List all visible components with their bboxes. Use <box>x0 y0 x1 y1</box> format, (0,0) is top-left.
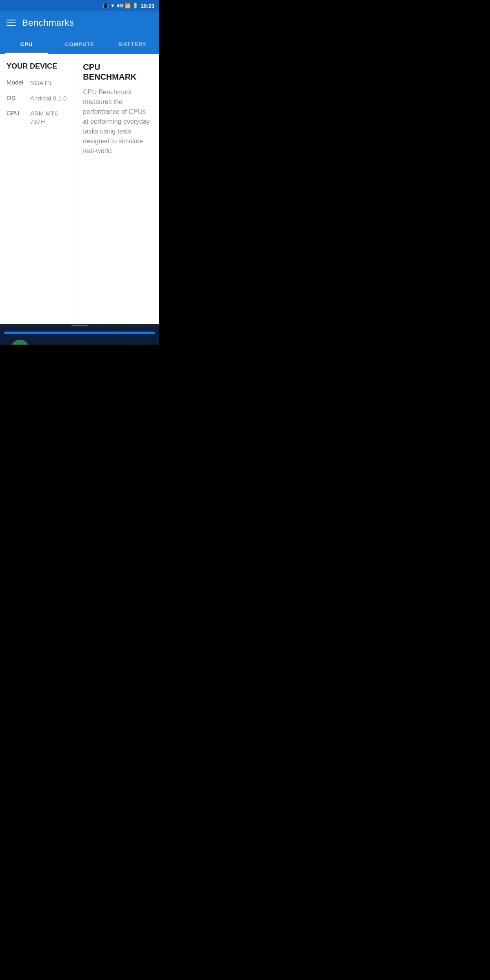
signal-bars: 📶 <box>125 3 131 9</box>
wifi-icon: ▼ <box>110 3 115 9</box>
cpu-label: CPU <box>7 109 25 125</box>
bottom-screen-area[interactable]: ⚙ Настройки Экранный Тест Приложение дем… <box>0 327 159 345</box>
benchmark-description: CPU Benchmark measures the performance o… <box>83 87 153 156</box>
app-bar: Benchmarks <box>0 11 159 34</box>
settings-menu-item[interactable]: ⚙ Настройки <box>4 334 155 345</box>
benchmark-info-panel: CPU BENCHMARK CPU Benchmark measures the… <box>76 54 159 324</box>
tab-cpu[interactable]: CPU <box>0 34 53 54</box>
status-icons: 📳 ▼ 4G 📶 🔋 <box>102 3 138 9</box>
menu-container: ⚙ Настройки Экранный Тест <box>4 332 155 345</box>
os-value: Android 8.1.0 <box>30 94 67 102</box>
tab-bar: CPU COMPUTE BATTERY <box>0 34 159 54</box>
device-info-panel: YOUR DEVICE Model NOA P1 OS Android 8.1.… <box>0 54 76 324</box>
tab-battery[interactable]: BATTERY <box>106 34 159 54</box>
benchmark-title: CPU BENCHMARK <box>83 62 153 82</box>
model-value: NOA P1 <box>30 79 52 87</box>
os-row: OS Android 8.1.0 <box>7 94 69 102</box>
cpu-value: ARM MT6 737H <box>30 109 69 125</box>
signal-4g: 4G <box>117 3 123 9</box>
app-title: Benchmarks <box>22 18 74 28</box>
hamburger-menu-button[interactable] <box>7 20 16 26</box>
os-label: OS <box>7 94 25 102</box>
model-row: Model NOA P1 <box>7 79 69 87</box>
divider-handle <box>71 325 88 326</box>
status-bar: 📳 ▼ 4G 📶 🔋 19:23 <box>0 0 159 11</box>
cpu-row: CPU ARM MT6 737H <box>7 109 69 125</box>
model-label: Model <box>7 79 25 87</box>
tab-compute[interactable]: COMPUTE <box>53 34 106 54</box>
battery-icon: 🔋 <box>132 3 138 9</box>
vibrate-icon: 📳 <box>102 3 109 9</box>
settings-icon: ⚙ <box>11 340 29 345</box>
clock: 19:23 <box>141 3 154 9</box>
content-area: YOUR DEVICE Model NOA P1 OS Android 8.1.… <box>0 54 159 324</box>
gear-icon: ⚙ <box>16 344 24 345</box>
device-panel-title: YOUR DEVICE <box>7 62 69 71</box>
